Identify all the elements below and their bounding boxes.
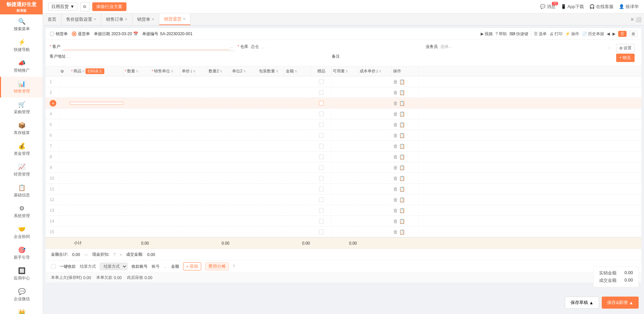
tab-home[interactable]: 首页 [43,13,61,25]
user-avatar[interactable]: 👤 徐泽华 [619,4,639,10]
calendar-icon[interactable]: 📅 [133,32,138,36]
message-button[interactable]: 💬 70 消息 [540,4,555,10]
sort-icon[interactable]: ⇅ [220,69,222,73]
sort-icon[interactable]: ⇅ [136,69,139,73]
app-download-button[interactable]: 📱 App下载 [561,4,584,10]
gift-checkbox[interactable] [319,165,324,170]
header-gear-button[interactable]: ⚙ [80,2,90,11]
sidebar-item-purchase[interactable]: 🛒 采购管理 [0,98,43,118]
copy-row-icon[interactable]: 📋 [399,218,405,224]
radio-return[interactable]: 退货单 [72,31,90,37]
qty-cell[interactable] [123,91,150,93]
sidebar-item-management[interactable]: 📈 经营管理 [0,160,43,181]
gift-checkbox[interactable] [319,101,324,106]
delete-row-icon[interactable]: 🗑 [393,208,398,213]
copy-row-icon[interactable]: 📋 [399,90,405,95]
add-payment-button[interactable]: + 添加 [183,262,201,270]
delete-row-icon[interactable]: 🗑 [393,111,398,117]
amount-cell[interactable] [284,102,311,104]
grid-view-button[interactable]: ☰ [618,31,627,37]
cost-cell[interactable] [358,102,392,104]
shortcut-button[interactable]: ⌨ 快捷键 [509,31,528,37]
settle-label[interactable]: 结算方式 [80,264,96,269]
amount-cell[interactable] [284,81,311,83]
online-service-button[interactable]: 🎧 在线客服 [589,4,613,10]
delete-row-icon[interactable]: 🗑 [393,143,398,149]
copy-row-icon[interactable]: 📋 [399,111,405,117]
chevron-up-icon[interactable]: ▲ [629,300,633,305]
avail-cell[interactable] [331,91,358,93]
payment-help-icon[interactable]: ? [233,264,235,269]
qty-cell[interactable] [123,81,150,83]
settle-method-select[interactable]: 结算方式 [100,263,127,270]
sidebar-item-finance[interactable]: 💰 资金管理 [0,139,43,160]
gift-checkbox[interactable] [319,197,324,202]
copy-row-icon[interactable]: 📋 [399,79,405,84]
sort-icon[interactable]: ⇅ [171,69,173,73]
tab-close-icon[interactable]: ✕ [183,17,185,21]
cost-cell[interactable] [358,81,392,83]
unit-cell[interactable] [150,91,180,93]
salesperson-input[interactable]: 选择... [439,44,606,50]
chevron-up-icon[interactable]: ▲ [589,300,594,305]
sidebar-item-wechat[interactable]: 💬 企业微信 [0,285,43,305]
sort-icon[interactable]: ⇅ [193,69,196,73]
price-cell[interactable] [180,81,207,83]
copy-row-icon[interactable]: 📋 [399,165,405,170]
pkgqty-cell[interactable] [258,81,284,83]
delete-row-icon[interactable]: 🗑 [393,186,398,192]
sort-icon[interactable]: ⇅ [276,69,278,73]
gift-checkbox[interactable] [319,122,324,127]
trial-button[interactable]: 体验行业方案 [92,2,126,11]
sidebar-item-quicknav[interactable]: ⚡ 快捷导航 [0,35,43,56]
cost-cell[interactable] [358,91,392,93]
delete-row-icon[interactable]: 🗑 [393,122,398,127]
sidebar-item-sales[interactable]: 📊 销售管理 [0,77,43,98]
close-window-icon[interactable]: ✕ [630,17,634,22]
gift-checkbox[interactable] [319,219,324,224]
salesperson-dots[interactable]: ... [607,45,611,49]
unit-cell[interactable] [150,102,180,104]
gift-cell[interactable] [311,89,331,96]
unit2-cell[interactable] [231,91,258,93]
delete-row-icon[interactable]: 🗑 [393,165,398,170]
gear-icon[interactable]: ⚙ [60,69,64,74]
unit2-cell[interactable] [231,81,258,83]
delete-row-icon[interactable]: 🗑 [393,176,398,181]
maximize-icon[interactable]: ⬜ [636,17,641,22]
sort-icon[interactable]: ⇅ [243,69,246,73]
account-dots[interactable]: ... [164,264,167,269]
radio-sales-invoice[interactable]: 销货单 [50,31,68,37]
settings-button[interactable]: ⚙ 设置 [616,44,635,52]
customer-input[interactable]: ... [62,43,235,51]
prev-doc-button[interactable]: ◀ [607,32,610,36]
copy-row-icon[interactable]: 📋 [399,154,405,160]
gift-checkbox[interactable] [319,187,324,191]
logistics-button[interactable]: + 物流 [616,54,635,62]
qty-cell[interactable] [123,102,150,104]
gift-checkbox[interactable] [319,133,324,138]
gift-checkbox[interactable] [319,112,324,116]
tab-close-icon[interactable]: ✕ [152,17,154,21]
sidebar-item-guide[interactable]: 🎯 新手引导 [0,243,43,264]
gift-checkbox[interactable] [319,176,324,181]
sort-icon[interactable]: ⇅ [294,69,297,73]
amount-cell[interactable] [284,91,311,93]
video-help-button[interactable]: ▶ 视频 [481,31,493,37]
copy-row-icon[interactable]: 📋 [399,101,405,106]
unit-cell[interactable] [150,81,180,83]
copy-row-icon[interactable]: 📋 [399,176,405,181]
gift-checkbox[interactable] [319,208,324,213]
sort-icon[interactable]: ⇅ [379,69,381,73]
tab-sales-return[interactable]: 销货退货 ✕ [159,13,191,25]
goods-cell[interactable] [70,81,123,83]
operation-button[interactable]: ⚡ 操作 [565,31,579,37]
tab-price-extract[interactable]: 售价提取设置 ✕ [61,13,101,25]
print-button[interactable]: 🖨 打印 [549,31,562,37]
delete-row-icon[interactable]: 🗑 [393,101,398,106]
sidebar-item-system[interactable]: ⚙ 系统管理 [0,201,43,222]
sidebar-item-appcenter[interactable]: 🔲 应用中心 [0,264,43,285]
copy-row-icon[interactable]: 📋 [399,186,405,192]
sidebar-item-collab[interactable]: 🤝 企业协同 [0,222,43,243]
delete-row-icon[interactable]: 🗑 [393,90,398,95]
